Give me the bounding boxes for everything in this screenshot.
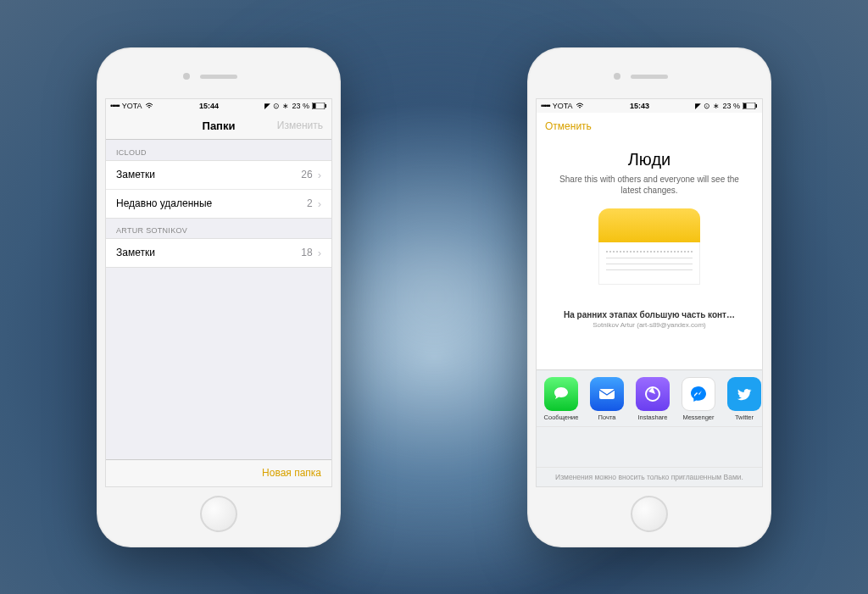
speaker-slot	[200, 75, 237, 79]
location-icon: ◤	[695, 102, 701, 110]
battery-label: 23 %	[292, 102, 309, 110]
battery-label: 23 %	[722, 102, 740, 110]
status-bar: ••••• YOTA 15:43 ◤ ⊙ ∗ 23 %	[537, 99, 762, 113]
share-panel: Люди Share this with others and everyone…	[537, 140, 762, 369]
share-app-messages[interactable]: Сообщение	[542, 377, 581, 421]
share-app-mail[interactable]: Почта	[587, 377, 626, 421]
phone-right: ••••• YOTA 15:43 ◤ ⊙ ∗ 23 % Отменить	[527, 47, 771, 547]
svg-rect-2	[326, 104, 327, 108]
battery-icon	[312, 103, 327, 109]
svg-rect-1	[313, 103, 316, 108]
home-button[interactable]	[631, 496, 668, 532]
time-label: 15:43	[630, 102, 649, 110]
note-preview	[598, 208, 700, 285]
share-actions-row[interactable]	[537, 426, 762, 467]
screen-right: ••••• YOTA 15:43 ◤ ⊙ ∗ 23 % Отменить	[536, 98, 763, 487]
share-subtitle: Share this with others and everyone will…	[548, 174, 750, 197]
location-icon: ◤	[264, 102, 270, 110]
folder-label: Заметки	[116, 169, 155, 180]
nav-title: Папки	[203, 119, 236, 132]
cancel-button[interactable]: Отменить	[545, 120, 592, 132]
alarm-icon: ⊙	[273, 102, 280, 110]
messages-icon	[544, 377, 578, 411]
bluetooth-icon: ∗	[713, 102, 720, 110]
share-app-messenger[interactable]: Messenger	[679, 377, 718, 421]
section-header-icloud: ICLOUD	[106, 140, 331, 160]
alarm-icon: ⊙	[704, 102, 710, 110]
folder-count: 18	[301, 247, 312, 258]
home-button[interactable]	[200, 496, 237, 532]
status-bar: ••••• YOTA 15:44 ◤ ⊙ ∗ 23 %	[106, 99, 331, 113]
folder-row[interactable]: Заметки 26›	[106, 160, 331, 190]
share-app-instashare[interactable]: Instashare	[633, 377, 672, 421]
chevron-right-icon: ›	[318, 197, 321, 210]
bottom-toolbar: Новая папка	[106, 459, 331, 486]
note-header-icon	[598, 208, 700, 242]
chevron-right-icon: ›	[318, 247, 321, 259]
nav-bar: Папки Изменить	[106, 113, 331, 140]
camera-dot	[614, 73, 620, 80]
wifi-icon	[145, 103, 153, 109]
time-label: 15:44	[199, 102, 219, 110]
nav-bar: Отменить	[537, 113, 762, 140]
camera-dot	[183, 73, 190, 80]
svg-rect-6	[599, 389, 615, 399]
app-label: Messenger	[678, 414, 719, 421]
note-title: На ранних этапах большую часть конт…	[552, 310, 747, 319]
app-label: Instashare	[632, 414, 673, 421]
folder-label: Недавно удаленные	[116, 197, 212, 209]
section-header-user: ARTUR SOTNIKOV	[106, 218, 331, 238]
app-label: Почта	[587, 414, 627, 421]
mail-icon	[590, 377, 624, 411]
svg-rect-4	[743, 103, 747, 108]
instashare-icon	[636, 377, 670, 411]
svg-rect-5	[756, 104, 758, 108]
share-footer-note: Изменения можно вносить только приглашен…	[537, 467, 762, 486]
carrier-label: YOTA	[122, 102, 142, 110]
signal-icon: •••••	[541, 102, 550, 110]
app-label: Twitter	[724, 414, 762, 421]
folder-count: 26	[301, 169, 312, 180]
folder-label: Заметки	[116, 247, 155, 258]
messenger-icon	[682, 377, 715, 411]
twitter-icon	[727, 377, 761, 411]
share-app-twitter[interactable]: Twitter	[725, 377, 762, 421]
phone-left: ••••• YOTA 15:44 ◤ ⊙ ∗ 23 % Папки Измени…	[97, 47, 341, 547]
carrier-label: YOTA	[553, 102, 573, 110]
share-apps-row[interactable]: Сообщение Почта Instashare Messenger	[537, 369, 762, 426]
folder-count: 2	[307, 197, 313, 209]
chevron-right-icon: ›	[318, 169, 321, 181]
share-title: Люди	[628, 150, 671, 169]
wifi-icon	[576, 103, 584, 109]
edit-button[interactable]: Изменить	[277, 119, 323, 131]
folder-row[interactable]: Заметки 18›	[106, 238, 331, 268]
folders-content: ICLOUD Заметки 26› Недавно удаленные 2› …	[106, 140, 331, 459]
new-folder-button[interactable]: Новая папка	[262, 467, 321, 479]
folder-row[interactable]: Недавно удаленные 2›	[106, 189, 331, 219]
screen-left: ••••• YOTA 15:44 ◤ ⊙ ∗ 23 % Папки Измени…	[105, 98, 332, 487]
speaker-slot	[631, 75, 668, 79]
app-label: Сообщение	[541, 414, 581, 421]
bluetooth-icon: ∗	[282, 102, 289, 110]
battery-icon	[743, 103, 758, 109]
note-author: Sotnikov Artur (art-s89@yandex.com)	[593, 321, 706, 329]
signal-icon: •••••	[110, 102, 120, 110]
